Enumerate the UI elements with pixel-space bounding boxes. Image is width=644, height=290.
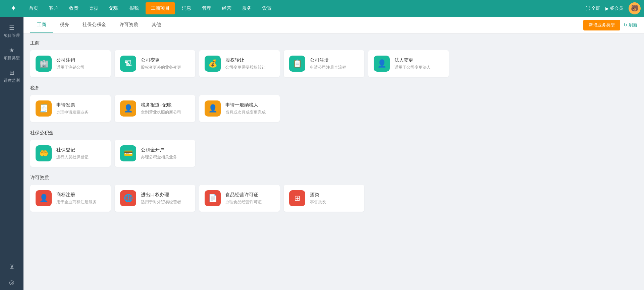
section-工商: 工商🏢公司注销适用于注销公司🏗公司变更股权变更外的业务变更💰股权转让公司变更需要… [30, 40, 637, 77]
card-股权转让[interactable]: 💰股权转让公司变更需要股权转让 [199, 50, 280, 77]
card-申请发票[interactable]: 🧾申请发票办理申请发票业务 [30, 95, 111, 122]
card-title: 公司变更 [141, 57, 181, 63]
nav-item-记账[interactable]: 记账 [104, 0, 124, 17]
sidebar-bottom-icon: ◎ [9, 279, 14, 286]
nav-item-首页[interactable]: 首页 [23, 0, 44, 17]
vip-icon: ▶ [605, 6, 609, 11]
card-icon: ⊞ [289, 190, 305, 206]
card-税务报道+记账[interactable]: 👤税务报道+记账拿到营业执照的新公司 [115, 95, 195, 122]
card-icon: 🏗 [120, 56, 136, 72]
nav-right: ⛶ 全屏 ▶ 畅会员 🐻 [586, 2, 641, 14]
cards-grid: 🧾申请发票办理申请发票业务👤税务报道+记账拿到营业执照的新公司👤申请一般纳税人当… [30, 95, 637, 122]
card-icon: 📄 [205, 190, 221, 206]
card-text: 申请一般纳税人当月或次月成变更完成 [225, 102, 266, 115]
sidebar-item-项目类型[interactable]: ★项目类型 [0, 43, 23, 65]
sidebar-label: 进度监测 [4, 78, 20, 83]
nav-item-管理[interactable]: 管理 [197, 0, 217, 17]
sidebar-item-进度监测[interactable]: ⊞进度监测 [0, 65, 23, 87]
tabs: 工商税务社保公积金许可资质其他 [30, 17, 168, 33]
refresh-button[interactable]: ↻ 刷新 [624, 22, 637, 28]
card-desc: 办理公积金相关业务 [141, 154, 177, 160]
add-type-button[interactable]: 新增业务类型 [583, 20, 620, 30]
card-申请一般纳税人[interactable]: 👤申请一般纳税人当月或次月成变更完成 [199, 95, 280, 122]
vip-button[interactable]: ▶ 畅会员 [605, 5, 623, 11]
card-desc: 当月或次月成变更完成 [225, 110, 266, 115]
card-公司注册[interactable]: 📋公司注册申请公司注册全流程 [284, 50, 364, 77]
card-title: 法人变更 [394, 57, 431, 63]
card-text: 公司注册申请公司注册全流程 [310, 57, 346, 70]
main-layout: ☰项目管理★项目类型⊞进度监测⊻◎ 工商税务社保公积金许可资质其他 新增业务类型… [0, 17, 644, 290]
sidebar-bottom-icon: ⊻ [10, 263, 14, 271]
nav-item-收费[interactable]: 收费 [64, 0, 84, 17]
tab-税务[interactable]: 税务 [53, 17, 76, 33]
section-税务: 税务🧾申请发票办理申请发票业务👤税务报道+记账拿到营业执照的新公司👤申请一般纳税… [30, 85, 637, 122]
sidebar-label: 项目管理 [4, 33, 20, 39]
card-desc: 公司变更需要股权转让 [225, 65, 266, 70]
tab-许可资质[interactable]: 许可资质 [113, 17, 145, 33]
card-食品经营许可证[interactable]: 📄食品经营许可证办理食品经营许可证 [199, 185, 280, 212]
sidebar-icon: ★ [9, 47, 14, 54]
card-text: 进出口权办理适用于对外贸易经营者 [141, 192, 181, 205]
card-desc: 适用于公司变更法人 [394, 65, 431, 70]
sidebar-bottom-item-1[interactable]: ◎ [0, 275, 23, 290]
card-公司注销[interactable]: 🏢公司注销适用于注销公司 [30, 50, 111, 77]
card-desc: 股权变更外的业务变更 [141, 65, 181, 70]
nav-item-报税[interactable]: 报税 [124, 0, 144, 17]
card-icon: 🌐 [120, 190, 136, 206]
sidebar-bottom-item-0[interactable]: ⊻ [0, 259, 23, 275]
card-进出口权办理[interactable]: 🌐进出口权办理适用于对外贸易经营者 [115, 185, 195, 212]
tab-其他[interactable]: 其他 [145, 17, 168, 33]
card-title: 公积金开户 [141, 147, 177, 153]
nav-item-票据[interactable]: 票据 [84, 0, 104, 17]
cards-grid: 🤲社保登记进行人员社保登记💳公积金开户办理公积金相关业务 [30, 140, 637, 167]
card-社保登记[interactable]: 🤲社保登记进行人员社保登记 [30, 140, 111, 167]
card-酒类[interactable]: ⊞酒类零售批发 [284, 185, 364, 212]
section-title: 许可资质 [30, 175, 637, 181]
sidebar-item-项目管理[interactable]: ☰项目管理 [0, 20, 23, 43]
card-商标注册[interactable]: 👤商标注册用于企业商标注册服务 [30, 185, 111, 212]
card-desc: 办理食品经营许可证 [225, 199, 262, 205]
sidebar-icon: ⊞ [9, 69, 14, 76]
fullscreen-icon: ⛶ [586, 6, 590, 11]
nav-item-设置[interactable]: 设置 [257, 0, 277, 17]
nav-item-经营[interactable]: 经营 [217, 0, 237, 17]
card-公司变更[interactable]: 🏗公司变更股权变更外的业务变更 [115, 50, 195, 77]
card-title: 申请发票 [56, 102, 89, 108]
sidebar: ☰项目管理★项目类型⊞进度监测⊻◎ [0, 17, 23, 290]
fullscreen-label: 全屏 [591, 5, 600, 11]
card-title: 公司注销 [56, 57, 85, 63]
refresh-icon: ↻ [624, 22, 627, 27]
mascot-avatar: 🐻 [629, 2, 641, 14]
card-icon: 📋 [289, 56, 305, 72]
sidebar-label: 项目类型 [4, 55, 20, 61]
card-title: 公司注册 [310, 57, 346, 63]
card-title: 进出口权办理 [141, 192, 181, 198]
nav-item-工商项目[interactable]: 工商项目 [146, 2, 175, 14]
card-icon: 👤 [120, 100, 136, 117]
nav-item-服务[interactable]: 服务 [237, 0, 257, 17]
card-text: 食品经营许可证办理食品经营许可证 [225, 192, 262, 205]
card-icon: 💰 [205, 56, 221, 72]
card-icon: 🧾 [36, 100, 52, 117]
fullscreen-button[interactable]: ⛶ 全屏 [586, 5, 600, 11]
section-title: 税务 [30, 85, 637, 91]
card-title: 商标注册 [56, 192, 97, 198]
card-desc: 拿到营业执照的新公司 [141, 110, 181, 115]
card-desc: 用于企业商标注册服务 [56, 199, 97, 205]
card-desc: 进行人员社保登记 [56, 154, 89, 160]
card-icon: 💳 [120, 145, 136, 161]
card-desc: 申请公司注册全流程 [310, 65, 346, 70]
card-desc: 适用于对外贸易经营者 [141, 199, 181, 205]
tab-actions: 新增业务类型 ↻ 刷新 [583, 20, 637, 30]
tab-工商[interactable]: 工商 [30, 17, 53, 33]
vip-label: 畅会员 [610, 5, 623, 11]
card-法人变更[interactable]: 👤法人变更适用于公司变更法人 [368, 50, 449, 77]
card-公积金开户[interactable]: 💳公积金开户办理公积金相关业务 [115, 140, 195, 167]
content-area: 工商税务社保公积金许可资质其他 新增业务类型 ↻ 刷新 工商🏢公司注销适用于注销… [23, 17, 644, 290]
card-text: 公司注销适用于注销公司 [56, 57, 85, 70]
logo: ✦ [3, 4, 23, 13]
section-社保公积金: 社保公积金🤲社保登记进行人员社保登记💳公积金开户办理公积金相关业务 [30, 130, 637, 167]
tab-社保公积金[interactable]: 社保公积金 [76, 17, 113, 33]
nav-item-客户[interactable]: 客户 [44, 0, 64, 17]
nav-item-消息[interactable]: 消息 [176, 0, 197, 17]
